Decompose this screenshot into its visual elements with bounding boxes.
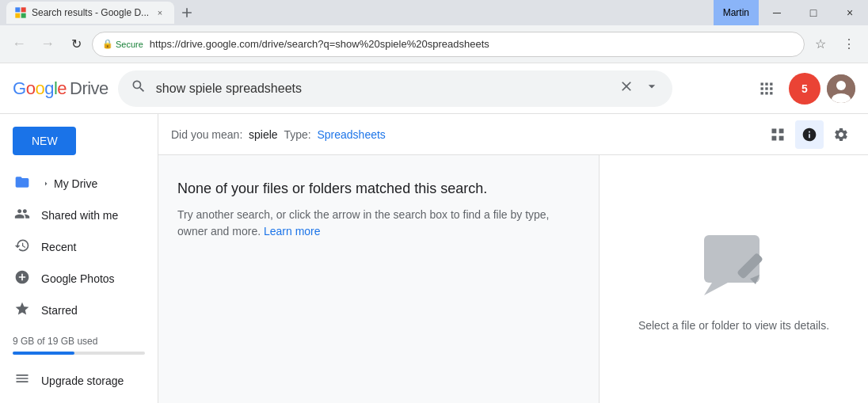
- apps-button[interactable]: [751, 73, 782, 105]
- my-drive-label: My Drive: [54, 177, 97, 190]
- suggestion-prefix: Did you mean:: [171, 128, 242, 141]
- svg-rect-10: [761, 92, 763, 94]
- storage-section: 9 GB of 19 GB used: [0, 326, 158, 364]
- shared-with-me-label: Shared with me: [41, 209, 118, 222]
- svg-rect-18: [772, 135, 777, 140]
- secure-badge: 🔒 Secure: [102, 39, 143, 49]
- back-button[interactable]: ←: [6, 32, 32, 57]
- window-controls: Martin ─ □ ×: [714, 0, 868, 25]
- no-results-title: None of your files or folders matched th…: [177, 181, 580, 197]
- sidebar: NEW My Drive Shared with me Recent: [0, 114, 158, 403]
- url-text: https://drive.google.com/drive/search?q=…: [150, 38, 794, 50]
- svg-rect-6: [770, 82, 772, 85]
- search-dropdown-button[interactable]: [644, 78, 660, 98]
- svg-rect-2: [15, 13, 20, 18]
- search-results-area: None of your files or folders matched th…: [158, 155, 599, 403]
- browser-tab[interactable]: Search results - Google D... ×: [6, 2, 174, 24]
- shared-with-me-icon: [13, 206, 32, 226]
- tab-close-button[interactable]: ×: [154, 6, 166, 19]
- search-bar[interactable]: [118, 70, 672, 107]
- user-avatar[interactable]: [827, 74, 855, 103]
- titlebar-left: Search results - Google D... ×: [6, 2, 196, 24]
- upgrade-label: Upgrade storage: [41, 374, 124, 387]
- svg-rect-4: [761, 82, 763, 85]
- sidebar-item-my-drive[interactable]: My Drive: [0, 168, 158, 200]
- details-placeholder-text: Select a file or folder to view its deta…: [638, 319, 829, 332]
- suggestion-text: Did you mean: spiele Type: Spreadsheets: [171, 128, 386, 141]
- content-toolbar: Did you mean: spiele Type: Spreadsheets: [158, 114, 868, 155]
- navbar: ← → ↻ 🔒 Secure https://drive.google.com/…: [0, 25, 868, 63]
- header-actions: 5: [751, 73, 855, 105]
- svg-rect-19: [779, 135, 784, 140]
- storage-bar-fill: [13, 352, 74, 355]
- svg-rect-11: [765, 92, 767, 94]
- svg-marker-21: [704, 283, 728, 295]
- sidebar-item-starred[interactable]: Starred: [0, 295, 158, 326]
- address-bar[interactable]: 🔒 Secure https://drive.google.com/drive/…: [92, 32, 805, 57]
- svg-rect-3: [21, 13, 26, 18]
- no-results-desc: Try another search, or click the arrow i…: [177, 207, 580, 240]
- maximize-button[interactable]: □: [795, 0, 832, 25]
- svg-rect-8: [765, 87, 767, 89]
- details-placeholder-icon: [696, 227, 772, 306]
- suggestion-type-link[interactable]: Spreadsheets: [317, 128, 385, 141]
- recent-label: Recent: [41, 241, 76, 253]
- drive-header: Google Drive: [0, 63, 868, 114]
- minimize-button[interactable]: ─: [759, 0, 795, 25]
- no-results-desc-text: Try another search, or click the arrow i…: [177, 208, 549, 238]
- storage-text: 9 GB of 19 GB used: [13, 336, 145, 347]
- toolbar-actions: [763, 120, 855, 149]
- sidebar-item-upgrade[interactable]: Upgrade storage: [0, 364, 158, 397]
- svg-rect-7: [761, 87, 763, 89]
- google-photos-label: Google Photos: [41, 272, 115, 285]
- new-tab-button[interactable]: [177, 3, 196, 22]
- empty-state: None of your files or folders matched th…: [158, 155, 868, 403]
- info-button[interactable]: [795, 120, 824, 149]
- close-button[interactable]: ×: [832, 0, 868, 25]
- svg-rect-0: [15, 7, 20, 12]
- refresh-button[interactable]: ↻: [63, 32, 89, 57]
- learn-more-link[interactable]: Learn more: [264, 225, 321, 238]
- search-icon: [131, 78, 147, 98]
- upgrade-icon: [13, 371, 32, 390]
- svg-rect-1: [21, 7, 26, 12]
- sidebar-item-recent[interactable]: Recent: [0, 231, 158, 263]
- suggestion-type-prefix: Type:: [284, 128, 310, 141]
- new-button[interactable]: NEW: [13, 127, 76, 155]
- google-drive-logo: Google Drive: [13, 78, 108, 99]
- notification-button[interactable]: 5: [789, 73, 820, 105]
- search-input[interactable]: [156, 82, 609, 96]
- starred-icon: [13, 301, 32, 321]
- google-logo-text: Google: [13, 78, 67, 99]
- tab-title: Search results - Google D...: [32, 7, 149, 18]
- svg-rect-16: [772, 128, 777, 133]
- main-content: NEW My Drive Shared with me Recent: [0, 114, 868, 403]
- suggestion-term[interactable]: spiele: [249, 128, 278, 141]
- secure-label: Secure: [116, 40, 143, 49]
- bookmark-button[interactable]: ☆: [808, 32, 833, 57]
- svg-rect-5: [765, 82, 767, 85]
- drive-label: Drive: [70, 78, 108, 99]
- notification-count: 5: [801, 82, 808, 95]
- grid-view-button[interactable]: [763, 120, 792, 149]
- sidebar-item-shared-with-me[interactable]: Shared with me: [0, 200, 158, 231]
- user-label: Martin: [714, 0, 759, 25]
- storage-bar: [13, 352, 145, 355]
- recent-icon: [13, 238, 32, 257]
- forward-button[interactable]: →: [35, 32, 60, 57]
- svg-rect-9: [770, 87, 772, 89]
- clear-search-button[interactable]: [619, 78, 634, 98]
- content-area: Did you mean: spiele Type: Spreadsheets: [158, 114, 868, 403]
- settings-button[interactable]: [827, 120, 855, 149]
- lock-icon: 🔒: [102, 39, 113, 49]
- sidebar-item-google-photos[interactable]: Google Photos: [0, 263, 158, 295]
- starred-label: Starred: [41, 304, 78, 317]
- titlebar: Search results - Google D... × Martin ─ …: [0, 0, 868, 25]
- svg-point-14: [836, 81, 846, 90]
- details-panel: Select a file or folder to view its deta…: [599, 155, 868, 403]
- browser-menu-button[interactable]: ⋮: [836, 32, 862, 57]
- google-photos-icon: [13, 269, 32, 289]
- svg-rect-17: [779, 128, 784, 133]
- my-drive-icon: [13, 174, 32, 194]
- svg-rect-12: [770, 92, 772, 94]
